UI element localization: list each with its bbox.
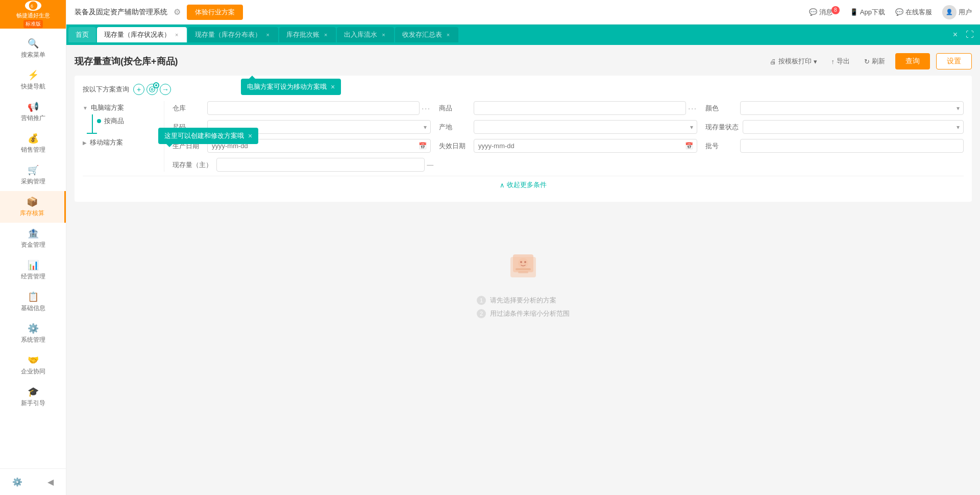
goods-input-wrap: ···	[474, 101, 697, 115]
page-title-bar: 现存量查询(按仓库+商品) 🖨 按模板打印 ▾ ↑ 导出 ↻ 刷新 查询 设置	[75, 53, 972, 69]
tab-inventory-status[interactable]: 现存量（库存状况表） ×	[97, 27, 187, 42]
sidebar-item-inventory[interactable]: 📦 库存核算	[0, 191, 66, 223]
system-name: 装备及固定资产辅助管理系统	[75, 8, 167, 17]
settings-bottom-btn[interactable]: ⚙️	[10, 475, 24, 489]
popover2-close-btn[interactable]: ×	[248, 132, 252, 140]
sidebar-item-enterprise[interactable]: 🤝 企业协同	[0, 349, 66, 381]
refresh-btn[interactable]: ↻ 刷新	[860, 55, 889, 68]
sidebar-item-label: 快捷导航	[21, 82, 45, 91]
scheme-connector	[92, 128, 93, 133]
enterprise-icon: 🤝	[28, 355, 39, 366]
tab-recv-summary[interactable]: 收发存汇总表 ×	[395, 27, 458, 42]
filter-section-label: 按以下方案查询	[83, 85, 129, 94]
quicknav-icon: ⚡	[28, 69, 39, 81]
color-select[interactable]	[740, 101, 964, 115]
svg-rect-7	[516, 268, 531, 270]
tab-inventory-status-close[interactable]: ×	[174, 31, 180, 38]
tab-bar-right: × ⛶	[951, 28, 978, 41]
sidebar-item-finance[interactable]: 🏦 资金管理	[0, 223, 66, 254]
warehouse-label: 仓库	[173, 104, 203, 113]
expiry-date-input[interactable]	[474, 139, 697, 153]
guide-icon: 🎓	[28, 386, 39, 397]
stock-status-select[interactable]	[743, 120, 964, 134]
empty-state: 1 请先选择要分析的方案 2 用过滤条件来缩小分析范围	[75, 206, 972, 359]
stock-main-from[interactable]	[216, 158, 425, 172]
scheme-desktop-item-goods[interactable]: 按商品	[97, 114, 158, 128]
sidebar-item-system[interactable]: ⚙️ 系统管理	[0, 318, 66, 349]
export-btn[interactable]: ↑ 导出	[827, 55, 854, 68]
msg-badge: 8	[831, 6, 840, 14]
sidebar-item-basic[interactable]: 📋 基础信息	[0, 286, 66, 318]
msg-item[interactable]: 💬 消息 8	[809, 8, 840, 17]
add-scheme-btn[interactable]: +	[133, 84, 144, 95]
scheme-desktop[interactable]: ▼ 电脑端方案	[83, 101, 158, 114]
template-print-btn[interactable]: 🖨 按模板打印 ▾	[766, 55, 821, 68]
operation-icon: 📊	[28, 260, 39, 271]
tab-home-label: 首页	[76, 30, 89, 39]
tip-num-1: 1	[477, 296, 486, 305]
goods-input[interactable]	[474, 101, 686, 115]
sidebar-item-label: 采购管理	[21, 177, 45, 186]
chevron-up-icon: ∧	[500, 181, 505, 189]
svg-rect-8	[518, 271, 528, 273]
popover2-text: 这里可以创建和修改方案哦	[164, 131, 244, 140]
sidebar-item-label: 销售管理	[21, 146, 45, 154]
sidebar-item-operation[interactable]: 📊 经营管理	[0, 254, 66, 286]
sidebar-item-sales[interactable]: 💰 销售管理	[0, 128, 66, 159]
prev-scheme-btn[interactable]: ←	[160, 84, 171, 95]
sidebar-item-label: 库存核算	[20, 209, 44, 218]
warehouse-input[interactable]	[207, 101, 420, 115]
goods-more-icon[interactable]: ···	[688, 104, 697, 112]
empty-state-icon	[503, 247, 544, 288]
query-btn[interactable]: 查询	[895, 53, 930, 69]
filter-stock-status: 现存量状态 ▾	[705, 120, 964, 134]
batch-no-label: 批号	[705, 142, 736, 151]
tab-fullscreen-btn[interactable]: ⛶	[964, 28, 976, 41]
user-avatar: 👤	[942, 5, 957, 19]
filter-panel: 按以下方案查询 + ← 电脑方案可设为移动方案哦 ×	[75, 76, 972, 202]
edit-scheme-btn[interactable]	[146, 84, 158, 95]
sidebar-item-purchase[interactable]: 🛒 采购管理	[0, 159, 66, 191]
scheme-mobile[interactable]: ▶ 移动端方案	[83, 136, 158, 149]
sidebar-item-search[interactable]: 🔍 搜索菜单	[0, 33, 66, 64]
header-gear-icon[interactable]: ⚙	[174, 7, 181, 17]
filter-body: ▼ 电脑端方案 按商品 ▶	[83, 101, 964, 172]
warehouse-more-icon[interactable]: ···	[422, 104, 431, 112]
app-download-item[interactable]: 📱 App下载	[850, 8, 885, 17]
filter-row2: 尺码 ▾ 产地 ▾	[173, 120, 964, 134]
online-support-item[interactable]: 💬 在线客服	[895, 8, 932, 17]
origin-select[interactable]	[474, 120, 697, 134]
chevron-down-icon: ▾	[814, 58, 817, 65]
top-header: 装备及固定资产辅助管理系统 ⚙ 体验行业方案 💬 消息 8 📱 App下载 💬 …	[66, 0, 980, 25]
filter-form: 仓库 ··· 商品 ···	[173, 101, 964, 172]
sidebar-item-guide[interactable]: 🎓 新手引导	[0, 381, 66, 413]
tab-home[interactable]: 首页	[68, 27, 96, 42]
collapse-sidebar-btn[interactable]: ◀	[45, 475, 56, 489]
stock-main-range: —	[216, 158, 433, 172]
tab-inventory-dist-close[interactable]: ×	[264, 31, 271, 38]
empty-tip-2: 2 用过滤条件来缩小分析范围	[477, 309, 570, 318]
top-header-right: 💬 消息 8 📱 App下载 💬 在线客服 👤 用户	[809, 5, 972, 19]
tab-close-all-btn[interactable]: ×	[951, 28, 960, 41]
reset-btn[interactable]: 设置	[936, 53, 972, 69]
purchase-icon: 🛒	[28, 164, 39, 176]
print-icon: 🖨	[770, 58, 776, 65]
refresh-icon: ↻	[864, 58, 870, 65]
tab-batch-account[interactable]: 库存批次账 ×	[279, 27, 336, 42]
tab-inventory-dist[interactable]: 现存量（库存分布表） ×	[188, 27, 278, 42]
tab-inout-flow-close[interactable]: ×	[380, 31, 386, 38]
tab-inout-flow[interactable]: 出入库流水 ×	[337, 27, 394, 42]
batch-no-input[interactable]	[740, 139, 964, 153]
user-item[interactable]: 👤 用户	[942, 5, 972, 19]
sidebar-item-quicknav[interactable]: ⚡ 快捷导航	[0, 64, 66, 96]
tab-batch-account-close[interactable]: ×	[323, 31, 329, 38]
filter-row3: 生产日期 📅 失效日期 📅	[173, 139, 964, 153]
stock-status-select-wrap: ▾	[743, 120, 964, 134]
sidebar-item-marketing[interactable]: 📢 营销推广	[0, 96, 66, 128]
tab-recv-summary-label: 收发存汇总表	[402, 30, 442, 39]
trial-btn[interactable]: 体验行业方案	[187, 5, 243, 20]
popover1-close-btn[interactable]: ×	[331, 83, 335, 91]
filter-row1: 仓库 ··· 商品 ···	[173, 101, 964, 115]
collapse-bar[interactable]: ∧ 收起更多条件	[83, 176, 964, 194]
tab-recv-summary-close[interactable]: ×	[445, 31, 451, 38]
